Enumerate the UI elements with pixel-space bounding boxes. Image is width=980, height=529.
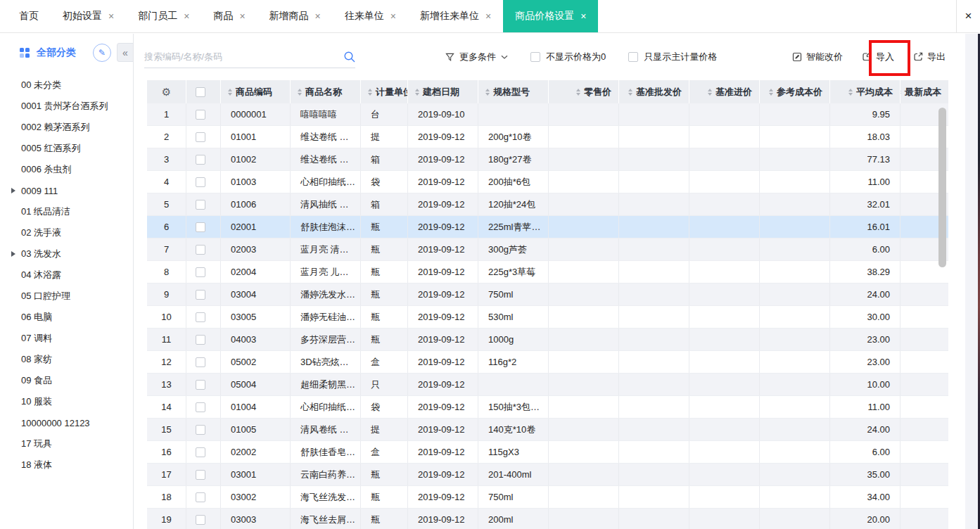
category-item[interactable]: 18 液体: [0, 454, 133, 476]
smart-reprice-button[interactable]: 智能改价: [792, 51, 843, 63]
table-row[interactable]: 18 03002 海飞丝洗发… 瓶 2019-09-12 750ml 34.00: [147, 486, 948, 509]
category-item[interactable]: 02 洗手液: [0, 222, 133, 243]
sort-icon[interactable]: [228, 89, 232, 96]
cell-base-wholesale-price[interactable]: [619, 306, 689, 328]
cell-base-wholesale-price[interactable]: [619, 509, 689, 529]
select-all-checkbox[interactable]: [186, 80, 221, 103]
checkbox-icon[interactable]: [628, 52, 638, 62]
header-latest-cost[interactable]: 最新成本: [901, 80, 948, 103]
checkbox-icon[interactable]: [196, 87, 205, 97]
cell-base-purchase-price[interactable]: [689, 351, 760, 373]
sort-icon[interactable]: [848, 89, 853, 96]
cell-base-wholesale-price[interactable]: [619, 261, 689, 283]
cell-base-wholesale-price[interactable]: [619, 419, 689, 440]
category-item[interactable]: 05 口腔护理: [0, 286, 133, 307]
tab-close-icon[interactable]: ×: [390, 11, 396, 21]
cell-base-purchase-price[interactable]: [689, 329, 760, 350]
table-row[interactable]: 10 03005 潘婷无硅油… 瓶 2019-09-12 530ml 30.00: [147, 306, 948, 329]
table-row[interactable]: 16 02002 舒肤佳香皂… 盒 2019-09-12 115gX3 6.00: [147, 441, 948, 464]
sort-icon[interactable]: [901, 89, 901, 96]
export-button[interactable]: 导出: [913, 51, 946, 63]
header-create-date[interactable]: 建档日期: [408, 80, 478, 103]
nav-tab[interactable]: 首页 ×: [7, 0, 51, 32]
cell-base-wholesale-price[interactable]: [619, 216, 689, 238]
cell-reference-cost[interactable]: [760, 126, 830, 148]
cell-reference-cost[interactable]: [760, 306, 830, 328]
cell-base-purchase-price[interactable]: [689, 509, 760, 529]
checkbox-icon[interactable]: [196, 447, 205, 457]
cell-reference-cost[interactable]: [760, 486, 830, 508]
cell-base-purchase-price[interactable]: [689, 374, 760, 395]
sort-icon[interactable]: [368, 89, 372, 96]
table-row[interactable]: 12 05002 3D钻亮炫… 盒 2019-09-12 116g*2 23.0…: [147, 351, 948, 374]
cell-retail-price[interactable]: [549, 193, 619, 215]
cell-base-wholesale-price[interactable]: [619, 351, 689, 373]
table-row[interactable]: 1 0000001 嘻嘻嘻嘻 台 2019-09-10 9.95: [147, 103, 948, 126]
nav-tab[interactable]: 初始设置 ×: [51, 0, 126, 32]
cell-reference-cost[interactable]: [760, 261, 830, 283]
checkbox-icon[interactable]: [196, 357, 205, 367]
table-row[interactable]: 2 01001 维达卷纸 … 提 2019-09-12 200g*10卷 18.…: [147, 126, 948, 148]
category-item[interactable]: 00 未分类: [0, 75, 133, 96]
category-item[interactable]: 10 服装: [0, 391, 133, 412]
cell-base-wholesale-price[interactable]: [619, 464, 689, 485]
category-item[interactable]: 0009 111: [0, 180, 133, 201]
table-row[interactable]: 7 02003 蓝月亮 清… 瓶 2019-09-12 300g芦荟 6.00: [147, 238, 948, 261]
sort-icon[interactable]: [708, 89, 712, 96]
cell-reference-cost[interactable]: [760, 238, 830, 260]
cell-base-purchase-price[interactable]: [689, 261, 760, 283]
cell-base-purchase-price[interactable]: [689, 148, 760, 170]
page-scrollbar-track[interactable]: [965, 34, 980, 529]
checkbox-icon[interactable]: [196, 200, 205, 210]
more-filters-button[interactable]: 更多条件: [445, 51, 508, 63]
nav-tab[interactable]: 新增商品 ×: [257, 0, 333, 32]
cell-base-purchase-price[interactable]: [689, 419, 760, 440]
category-item[interactable]: 03 洗发水: [0, 243, 133, 264]
cell-retail-price[interactable]: [549, 103, 619, 125]
cell-reference-cost[interactable]: [760, 374, 830, 395]
cell-retail-price[interactable]: [549, 261, 619, 283]
cell-base-purchase-price[interactable]: [689, 193, 760, 215]
category-item[interactable]: 0001 贵州茅台酒系列: [0, 96, 133, 117]
header-spec[interactable]: 规格型号: [478, 80, 549, 103]
sort-icon[interactable]: [485, 89, 490, 96]
category-item[interactable]: 0002 赖茅酒系列: [0, 117, 133, 138]
cell-retail-price[interactable]: [549, 464, 619, 485]
header-product-name[interactable]: 商品名称: [291, 80, 361, 103]
cell-reference-cost[interactable]: [760, 103, 830, 125]
cell-retail-price[interactable]: [549, 238, 619, 260]
cell-retail-price[interactable]: [549, 306, 619, 328]
edit-categories-button[interactable]: ✎: [93, 44, 111, 62]
cell-retail-price[interactable]: [549, 419, 619, 440]
import-button[interactable]: 导入: [862, 51, 894, 63]
cell-base-purchase-price[interactable]: [689, 171, 760, 193]
category-item[interactable]: 17 玩具: [0, 433, 133, 454]
header-base-wholesale-price[interactable]: 基准批发价: [619, 80, 689, 103]
cell-base-wholesale-price[interactable]: [619, 283, 689, 305]
category-item[interactable]: 01 纸品清洁: [0, 201, 133, 222]
cell-reference-cost[interactable]: [760, 396, 830, 418]
close-all-tabs-button[interactable]: ×: [956, 0, 980, 32]
table-row[interactable]: 14 01004 心相印抽纸… 袋 2019-09-12 150抽*3包… 11…: [147, 396, 948, 419]
checkbox-icon[interactable]: [196, 245, 205, 255]
cell-retail-price[interactable]: [549, 171, 619, 193]
cell-base-wholesale-price[interactable]: [619, 396, 689, 418]
cell-retail-price[interactable]: [549, 329, 619, 350]
cell-base-purchase-price[interactable]: [689, 238, 760, 260]
table-row[interactable]: 5 01006 清风抽纸 … 箱 2019-09-12 120抽*24包 32.…: [147, 193, 948, 216]
cell-reference-cost[interactable]: [760, 464, 830, 485]
table-row[interactable]: 11 04003 多芬深层营… 瓶 2019-09-12 1000g 23.00: [147, 329, 948, 351]
sort-icon[interactable]: [628, 89, 632, 96]
cell-reference-cost[interactable]: [760, 148, 830, 170]
cell-base-wholesale-price[interactable]: [619, 193, 689, 215]
nav-tab[interactable]: 部门员工 ×: [126, 0, 201, 32]
checkbox-icon[interactable]: [196, 222, 205, 232]
table-row[interactable]: 8 02004 蓝月亮 儿… 瓶 2019-09-12 225g*3草莓 38.…: [147, 261, 948, 283]
checkbox-icon[interactable]: [196, 402, 205, 412]
cell-retail-price[interactable]: [549, 374, 619, 395]
header-reference-cost[interactable]: 参考成本价: [760, 80, 830, 103]
nav-tab[interactable]: 商品价格设置 ×: [503, 0, 598, 32]
cell-base-purchase-price[interactable]: [689, 464, 760, 485]
table-row[interactable]: 6 02001 舒肤佳泡沫… 瓶 2019-09-12 225ml青苹… 16.…: [147, 216, 948, 238]
cell-reference-cost[interactable]: [760, 193, 830, 215]
